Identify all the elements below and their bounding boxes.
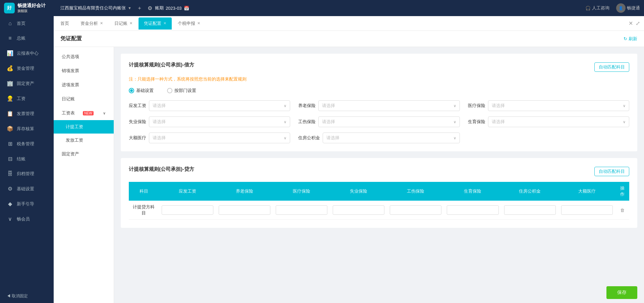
tab-journal[interactable]: 日记账 ✕ (109, 17, 138, 30)
sidebar-item-reports[interactable]: 📊 云报表中心 (0, 46, 54, 61)
save-button[interactable]: 保存 (606, 286, 637, 299)
sidebar-item-guide[interactable]: ◆ 新手引导 (0, 196, 54, 211)
col-sybx2: 生育保险 (444, 182, 501, 201)
input-dely[interactable] (561, 205, 613, 215)
nav-sales[interactable]: 销项发票 (54, 64, 114, 78)
input-sybx[interactable] (333, 205, 384, 215)
sidebar-item-settings[interactable]: ⚙ 基础设置 (0, 181, 54, 196)
expand-arrow-icon: ∨ (103, 111, 106, 115)
input-ylbx2[interactable] (276, 205, 327, 215)
auto-match-debit-btn[interactable]: 自动匹配科目 (594, 62, 629, 72)
tab-tax[interactable]: 个税申报 ✕ (172, 17, 206, 30)
form-select-sybx[interactable]: 请选择 ∨ (149, 116, 290, 127)
radio-basic-circle (129, 88, 134, 93)
tab-expand-icon[interactable]: ⤢ (636, 20, 640, 27)
period-value: 2023-03 (166, 6, 182, 11)
refresh-icon: ↻ (624, 36, 627, 41)
nav-pay-salary[interactable]: 发放工资 (54, 134, 114, 147)
section-credit: 计提核算规则(公司承担)-贷方 自动匹配科目 科目 应发工资 养老保险 医疗保险… (121, 158, 637, 228)
nav-calc-salary[interactable]: 计提工资 (54, 120, 114, 134)
auto-match-credit-btn[interactable]: 自动匹配科目 (594, 167, 629, 176)
tab-fund[interactable]: 资金分析 ✕ (75, 17, 108, 30)
form-select-ylbx2[interactable]: 请选择 ∨ (488, 100, 629, 111)
nav-public[interactable]: 公共选项 (54, 50, 114, 64)
form-item-ylbx: 养老保险 请选择 ∨ (298, 100, 460, 111)
tab-bar-controls: ✕ ⤢ (629, 20, 643, 27)
form-select-ylbx[interactable]: 请选择 ∨ (318, 100, 460, 111)
form-select-gsbx[interactable]: 请选择 ∨ (318, 116, 460, 127)
col-dely: 大额医疗 (558, 182, 615, 201)
nav-fixed-assets[interactable]: 固定资产 (54, 147, 114, 161)
sidebar-item-label: 新手引导 (17, 201, 34, 207)
calendar-icon[interactable]: 📅 (184, 6, 189, 11)
radio-group: 基础设置 按部门设置 (129, 88, 629, 94)
delete-row-icon[interactable]: 🗑 (620, 208, 625, 213)
select-arrow-icon: ∨ (623, 104, 626, 108)
form-label-yfgz: 应发工资 (129, 103, 146, 109)
settings-icon[interactable]: ⚙ (148, 5, 152, 11)
section-debit-header: 计提核算规则(公司承担)-借方 自动匹配科目 (129, 62, 629, 72)
sidebar-item-home[interactable]: ⌂ 首页 (0, 16, 54, 31)
nav-purchase[interactable]: 进项发票 (54, 78, 114, 92)
cell-dely (558, 201, 615, 220)
archive-icon: 🗄 (7, 171, 13, 177)
radio-basic-dot (130, 89, 133, 92)
sidebar-item-assets[interactable]: 🏢 固定资产 (0, 76, 54, 91)
sidebar-item-label: 云报表中心 (17, 50, 39, 56)
sidebar-item-label: 首页 (17, 20, 25, 27)
sidebar-item-archive[interactable]: 🗄 归档管理 (0, 166, 54, 181)
form-grid-debit: 应发工资 请选择 ∨ 养老保险 请选择 ∨ (129, 100, 629, 143)
input-ylbx[interactable] (219, 205, 270, 215)
fund-icon: 💰 (7, 65, 13, 71)
nav-journal[interactable]: 日记账 (54, 92, 114, 106)
sidebar-item-inventory[interactable]: 📦 库存核算 (0, 121, 54, 136)
sidebar-item-label: 资金管理 (17, 65, 34, 71)
tab-fund-close[interactable]: ✕ (100, 21, 103, 26)
tab-voucher[interactable]: 凭证配置 ✕ (139, 17, 172, 30)
user-menu[interactable]: 👤 畅捷通 (616, 3, 640, 13)
form-select-yfgz[interactable]: 请选择 ∨ (149, 100, 290, 111)
form-select-zfgjj[interactable]: 请选择 ∨ (323, 133, 460, 143)
tab-voucher-close[interactable]: ✕ (163, 21, 166, 26)
input-sybx2[interactable] (447, 205, 498, 215)
add-icon[interactable]: ＋ (137, 5, 142, 12)
cancel-pin-btn[interactable]: ◀ 取消固定 (0, 289, 54, 303)
input-gsbx[interactable] (390, 205, 441, 215)
cell-ylbx2 (273, 201, 330, 220)
tab-home-label: 首页 (60, 20, 69, 27)
assets-icon: 🏢 (7, 80, 13, 87)
app-edition: 旗舰版 (17, 9, 46, 13)
sidebar-item-salary[interactable]: 👷 工资 (0, 91, 54, 106)
sidebar-item-tax[interactable]: ⊞ 税务管理 (0, 136, 54, 151)
form-select-dely[interactable]: 请选择 ∨ (149, 133, 290, 143)
sidebar-item-fund[interactable]: 💰 资金管理 (0, 61, 54, 76)
support-btn[interactable]: 🎧 人工咨询 (585, 5, 609, 11)
nav-salary-table-header[interactable]: 工资表 NEW ∨ (54, 106, 114, 120)
tab-close-all-icon[interactable]: ✕ (629, 20, 633, 27)
input-yfgz[interactable] (162, 205, 213, 215)
table-row: 计提贷方科目 🗑 (129, 201, 629, 220)
tab-home[interactable]: 首页 (55, 17, 74, 30)
avatar: 👤 (616, 3, 626, 13)
select-arrow-icon: ∨ (623, 120, 626, 124)
radio-dept[interactable]: 按部门设置 (167, 88, 196, 94)
sidebar-item-invoice[interactable]: 📋 发票管理 (0, 106, 54, 121)
form-item-gsbx: 工伤保险 请选择 ∨ (298, 116, 460, 127)
company-selector[interactable]: 江西服宝精品有限责任公司内账张 ▼ (60, 5, 131, 11)
invoice-icon: 📋 (7, 110, 13, 117)
form-select-sybx2[interactable]: 请选择 ∨ (488, 116, 629, 127)
form-label-gsbx: 工伤保险 (298, 119, 316, 125)
tab-tax-close[interactable]: ✕ (197, 21, 200, 26)
period-selector[interactable]: 账期 2023-03 📅 (155, 5, 189, 11)
credit-table: 科目 应发工资 养老保险 医疗保险 失业保险 工伤保险 生育保险 住房公积金 大… (129, 182, 629, 220)
refresh-btn[interactable]: ↻ 刷新 (624, 36, 637, 42)
tab-fund-label: 资金分析 (80, 20, 98, 27)
radio-basic[interactable]: 基础设置 (129, 88, 154, 94)
reports-icon: 📊 (7, 50, 13, 56)
sidebar-item-close[interactable]: ⊟ 结账 (0, 151, 54, 166)
input-zfgjj[interactable] (504, 205, 556, 215)
main-layout: ⌂ 首页 ≡ 总账 📊 云报表中心 💰 资金管理 🏢 固定资产 👷 工资 📋 发… (0, 16, 644, 303)
sidebar-item-member[interactable]: ∨ 畅会员 (0, 211, 54, 226)
sidebar-item-ledger[interactable]: ≡ 总账 (0, 31, 54, 46)
tab-journal-close[interactable]: ✕ (129, 21, 132, 26)
